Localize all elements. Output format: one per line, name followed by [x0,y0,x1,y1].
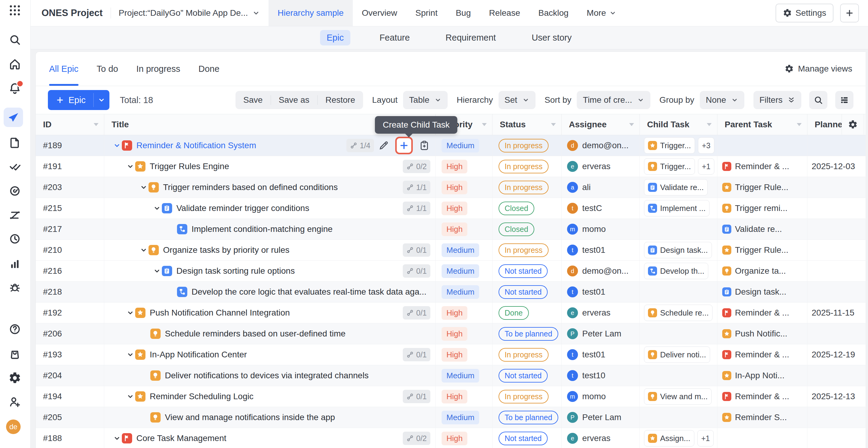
priority-chip[interactable]: High [441,160,467,173]
link-count-badge[interactable]: 0/2 [403,160,430,173]
sort-triangle-icon[interactable] [707,123,712,126]
hierarchy-select[interactable]: Set [499,91,535,109]
table-row[interactable]: #205 View and manage notifications insid… [36,407,866,428]
save-button[interactable]: Save [236,91,271,109]
expand-chevron[interactable] [139,183,149,191]
sort-triangle-icon[interactable] [94,123,98,126]
sort-triangle-icon[interactable] [797,123,802,126]
status-pill[interactable]: Not started [499,285,548,299]
sidebar-item-bug[interactable] [8,281,21,294]
column-settings-button[interactable] [842,114,864,135]
status-pill[interactable]: In progress [499,390,549,404]
tab-user-story[interactable]: User story [525,30,578,46]
view-tab-to-do[interactable]: To do [97,52,118,86]
status-pill[interactable]: In progress [499,139,549,152]
sidebar-item-target[interactable] [8,185,21,197]
table-row[interactable]: #204 Deliver notifications to devices vi… [36,365,866,386]
view-tab-done[interactable]: Done [198,52,219,86]
user-avatar[interactable]: de [6,419,21,434]
expand-chevron[interactable] [139,246,149,254]
child-task-chip[interactable]: Assign... [644,430,694,447]
table-row[interactable]: #189 Reminder & Notification System1/4 M… [36,135,866,156]
create-child-task-button[interactable] [395,137,413,154]
priority-chip[interactable]: Medium [441,264,479,278]
sidebar-item-project[interactable] [4,108,23,127]
column-header-parent-task[interactable]: Parent Task [717,114,807,135]
parent-task-link[interactable]: Trigger Rule... [722,245,788,255]
child-task-more[interactable]: +1 [698,158,715,175]
table-row[interactable]: #193 In-App Notification Center0/1 High … [36,344,866,365]
table-row[interactable]: #194 Reminder Scheduling Logic0/1 High I… [36,386,866,407]
child-task-more[interactable]: +3 [698,137,715,154]
expand-chevron[interactable] [112,435,122,442]
status-pill[interactable]: In progress [499,243,549,257]
priority-chip[interactable]: Medium [441,139,479,152]
sidebar-item-apps[interactable] [8,4,21,17]
sidebar-item-checks[interactable] [8,160,21,173]
table-row[interactable]: #203 Trigger reminders based on defined … [36,177,866,198]
save-as-button[interactable]: Save as [271,91,317,109]
table-row[interactable]: #191 Trigger Rules Engine0/2 High In pro… [36,156,866,177]
issue-title[interactable]: Reminder & Notification System [136,141,256,150]
sidebar-item-add-user[interactable] [8,395,21,408]
issue-title[interactable]: Push Notification Channel Integration [150,308,290,318]
link-count-badge[interactable]: 0/1 [403,348,430,361]
priority-chip[interactable]: Medium [441,243,479,257]
expand-chevron[interactable] [125,351,135,359]
issue-title[interactable]: Trigger Rules Engine [150,161,229,171]
status-pill[interactable]: In progress [499,160,549,173]
column-header-id[interactable]: ID [36,114,104,135]
edit-icon[interactable] [377,139,390,152]
nav-item-release[interactable]: Release [480,0,529,26]
parent-task-link[interactable]: Reminder & ... [722,161,789,171]
status-pill[interactable]: Closed [499,202,534,215]
issue-title[interactable]: Develop the core logic that evaluates re… [191,287,427,297]
link-count-badge[interactable]: 1/1 [403,181,430,194]
parent-task-link[interactable]: Trigger Rule... [722,182,788,192]
sidebar-item-home[interactable] [8,58,21,70]
detail-view-button[interactable] [835,91,854,109]
table-row[interactable]: #192 Push Notification Channel Integrati… [36,302,866,323]
issue-title[interactable]: Schedule reminders based on user-defined… [165,329,345,338]
status-pill[interactable]: Closed [499,222,534,236]
priority-chip[interactable]: Medium [441,411,479,424]
sort-by-select[interactable]: Time of cre... [577,91,650,109]
table-row[interactable]: #210 Organize tasks by priority or rules… [36,240,866,261]
priority-chip[interactable]: High [441,327,467,341]
priority-chip[interactable]: High [441,390,467,404]
add-button[interactable] [840,4,859,23]
status-pill[interactable]: To be planned [499,411,558,424]
child-task-chip[interactable]: Validate re... [644,179,708,196]
parent-task-link[interactable]: Reminder & ... [722,392,789,401]
sidebar-item-search[interactable] [8,33,21,46]
restore-button[interactable]: Restore [318,91,363,109]
expand-chevron[interactable] [125,392,135,400]
column-header-assignee[interactable]: Assignee [562,114,640,135]
table-row[interactable]: #206 Schedule reminders based on user-de… [36,323,866,344]
link-count-badge[interactable]: 1/1 [403,202,430,215]
view-tab-all-epic[interactable]: All Epic [49,52,79,86]
link-count-badge[interactable]: 0/1 [403,390,430,403]
parent-task-link[interactable]: Organize ta... [722,266,786,276]
sidebar-item-chart[interactable] [8,258,21,270]
sidebar-item-doc[interactable] [8,137,21,149]
nav-item-hierarchy-sample[interactable]: Hierarchy sample [269,0,353,26]
child-task-more[interactable]: +1 [698,430,714,447]
expand-chevron[interactable] [125,162,135,170]
issue-title[interactable]: Validate reminder trigger conditions [176,203,309,213]
status-pill[interactable]: In progress [499,181,549,194]
link-count-badge[interactable]: 0/1 [403,243,430,257]
issue-title[interactable]: Deliver notifications to devices via int… [165,371,369,380]
sort-triangle-icon[interactable] [629,123,634,126]
priority-chip[interactable]: High [441,431,467,445]
copy-icon[interactable] [417,139,431,152]
sidebar-item-gear[interactable] [8,371,21,384]
link-count-badge[interactable]: 0/2 [403,431,430,445]
nav-item-overview[interactable]: Overview [353,0,406,26]
priority-chip[interactable]: High [441,181,467,194]
priority-chip[interactable]: High [441,202,467,215]
sort-triangle-icon[interactable] [482,123,487,126]
filters-button[interactable]: Filters [753,91,801,109]
status-pill[interactable]: In progress [499,348,549,362]
priority-chip[interactable]: Medium [441,285,479,299]
